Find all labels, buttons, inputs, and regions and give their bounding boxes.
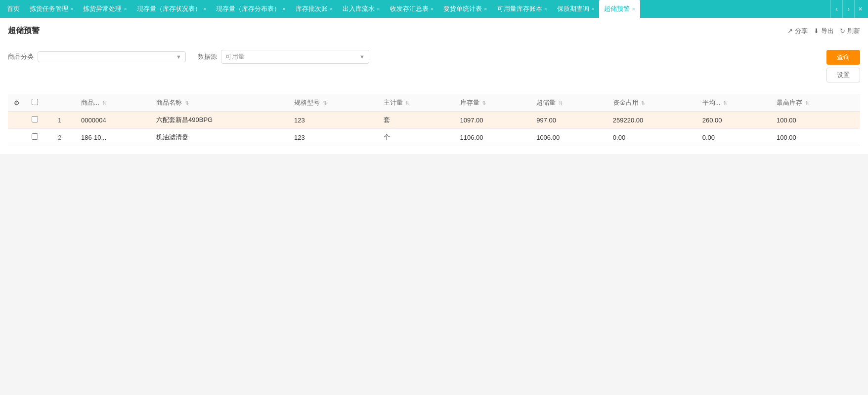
- sort-max-stock-icon: ⇅: [805, 100, 809, 106]
- close-summary-icon[interactable]: ×: [431, 6, 434, 12]
- row-avg-price: 0.00: [696, 129, 771, 146]
- filter-group: 商品分类 ▼ 数据源 可用量 ▼: [8, 50, 819, 64]
- share-button[interactable]: ↗ 分享: [787, 27, 808, 36]
- row-product-code: 0000004: [75, 112, 150, 129]
- nav-prev-arrow[interactable]: ‹: [830, 0, 842, 18]
- commodity-class-label: 商品分类: [8, 52, 34, 61]
- close-picking-task-icon[interactable]: ×: [70, 6, 73, 12]
- nav-close-all-icon[interactable]: ×: [854, 0, 866, 18]
- row-capital: 259220.00: [607, 112, 696, 129]
- th-stock[interactable]: 库存量 ⇅: [454, 94, 531, 112]
- refresh-button[interactable]: ↻ 刷新: [840, 27, 860, 36]
- th-overstock[interactable]: 超储量 ⇅: [530, 94, 607, 112]
- nav-item-summary[interactable]: 收发存汇总表 ×: [385, 0, 438, 18]
- row-settings-cell: [8, 112, 26, 129]
- nav-item-shelf-life[interactable]: 保质期查询 ×: [552, 0, 599, 18]
- th-product-code[interactable]: 商品... ⇅: [75, 94, 150, 112]
- row-product-name: 机油滤清器: [150, 129, 288, 146]
- nav-arrow-group: ‹ › ×: [830, 0, 866, 18]
- table-header-row: ⚙ 商品... ⇅ 商品名称 ⇅ 规格型号 ⇅: [8, 94, 860, 112]
- row-checkbox-1[interactable]: [32, 133, 38, 140]
- nav-item-picking-task[interactable]: 拣货任务管理 ×: [25, 0, 78, 18]
- nav-item-home[interactable]: 首页: [2, 0, 25, 18]
- sort-overstock-icon: ⇅: [559, 100, 563, 106]
- sort-product-code-icon: ⇅: [102, 100, 106, 106]
- th-settings[interactable]: ⚙: [8, 94, 26, 112]
- row-checkbox-cell[interactable]: [26, 112, 44, 129]
- export-button[interactable]: ⬇ 导出: [814, 27, 834, 36]
- sort-spec-icon: ⇅: [323, 100, 327, 106]
- nav-item-inventory-status[interactable]: 现存量（库存状况表） ×: [132, 0, 211, 18]
- data-source-value: 可用量: [225, 52, 245, 61]
- close-picking-exception-icon[interactable]: ×: [124, 6, 127, 12]
- top-navigation: 首页 拣货任务管理 × 拣货异常处理 × 现存量（库存状况表） × 现存量（库存…: [0, 0, 868, 18]
- close-requisition-stats-icon[interactable]: ×: [484, 6, 487, 12]
- close-batch-account-icon[interactable]: ×: [330, 6, 333, 12]
- query-button[interactable]: 查询: [826, 50, 860, 65]
- sort-avg-price-icon: ⇅: [723, 100, 727, 106]
- nav-item-batch-account[interactable]: 库存批次账 ×: [291, 0, 338, 18]
- row-max-stock: 100.00: [771, 129, 860, 146]
- nav-item-flow[interactable]: 出入库流水 ×: [338, 0, 385, 18]
- sort-capital-icon: ⇅: [641, 100, 645, 106]
- row-stock: 1106.00: [454, 129, 531, 146]
- share-icon: ↗: [787, 27, 793, 35]
- close-flow-icon[interactable]: ×: [377, 6, 380, 12]
- row-unit: 套: [378, 112, 454, 129]
- row-spec: 123: [288, 112, 378, 129]
- commodity-class-dropdown-icon: ▼: [176, 54, 181, 60]
- row-stock: 1097.00: [454, 112, 531, 129]
- commodity-class-select[interactable]: ▼: [38, 51, 186, 62]
- nav-item-inventory-distribution[interactable]: 现存量（库存分布表） ×: [211, 0, 290, 18]
- row-avg-price: 260.00: [696, 112, 771, 129]
- row-seq: 1: [44, 112, 75, 129]
- page-title: 超储预警: [8, 26, 40, 36]
- data-source-dropdown-icon: ▼: [359, 54, 365, 60]
- data-source-select[interactable]: 可用量 ▼: [221, 50, 369, 64]
- row-spec: 123: [288, 129, 378, 146]
- nav-item-picking-exception[interactable]: 拣货异常处理 ×: [78, 0, 131, 18]
- row-overstock: 1006.00: [530, 129, 607, 146]
- export-icon: ⬇: [814, 27, 819, 35]
- sort-unit-icon: ⇅: [405, 100, 409, 106]
- close-inventory-status-icon[interactable]: ×: [203, 6, 206, 12]
- row-product-name: 六配套新昌490BPG: [150, 112, 288, 129]
- th-capital[interactable]: 资金占用 ⇅: [607, 94, 696, 112]
- close-shelf-life-icon[interactable]: ×: [591, 6, 594, 12]
- th-unit[interactable]: 主计量 ⇅: [378, 94, 454, 112]
- action-buttons: 查询 设置: [826, 50, 860, 82]
- data-source-label: 数据源: [198, 52, 217, 61]
- nav-next-arrow[interactable]: ›: [842, 0, 854, 18]
- data-table: ⚙ 商品... ⇅ 商品名称 ⇅ 规格型号 ⇅: [8, 94, 860, 146]
- header-actions: ↗ 分享 ⬇ 导出 ↻ 刷新: [787, 27, 860, 36]
- data-source-filter: 数据源 可用量 ▼: [198, 50, 369, 64]
- th-product-name[interactable]: 商品名称 ⇅: [150, 94, 288, 112]
- close-available-ledger-icon[interactable]: ×: [544, 6, 547, 12]
- nav-item-overstock-alert[interactable]: 超储预警 ×: [599, 0, 640, 18]
- settings-button[interactable]: 设置: [826, 68, 860, 82]
- row-checkbox-cell[interactable]: [26, 129, 44, 146]
- row-checkbox-0[interactable]: [32, 116, 38, 122]
- row-unit: 个: [378, 129, 454, 146]
- row-product-code: 186-10...: [75, 129, 150, 146]
- table-row: 1 0000004 六配套新昌490BPG 123 套 1097.00 997.…: [8, 112, 860, 129]
- close-inventory-distribution-icon[interactable]: ×: [282, 6, 285, 12]
- close-overstock-alert-icon[interactable]: ×: [632, 6, 635, 12]
- row-settings-cell: [8, 129, 26, 146]
- page-content: 超储预警 ↗ 分享 ⬇ 导出 ↻ 刷新 商品分类 ▼: [0, 18, 868, 154]
- sort-stock-icon: ⇅: [482, 100, 486, 106]
- th-max-stock[interactable]: 最高库存 ⇅: [771, 94, 860, 112]
- settings-column-icon: ⚙: [14, 99, 20, 107]
- th-checkbox: [26, 94, 44, 112]
- th-avg-price[interactable]: 平均... ⇅: [696, 94, 771, 112]
- nav-item-requisition-stats[interactable]: 要货单统计表 ×: [438, 0, 492, 18]
- page-header: 超储预警 ↗ 分享 ⬇ 导出 ↻ 刷新: [8, 26, 860, 36]
- select-all-checkbox[interactable]: [32, 99, 38, 105]
- refresh-icon: ↻: [840, 27, 845, 35]
- nav-item-available-ledger[interactable]: 可用量库存账本 ×: [492, 0, 552, 18]
- row-overstock: 997.00: [530, 112, 607, 129]
- th-spec[interactable]: 规格型号 ⇅: [288, 94, 378, 112]
- th-seq: [44, 94, 75, 112]
- filter-bar: 商品分类 ▼ 数据源 可用量 ▼ 查询 设置: [8, 44, 860, 88]
- row-seq: 2: [44, 129, 75, 146]
